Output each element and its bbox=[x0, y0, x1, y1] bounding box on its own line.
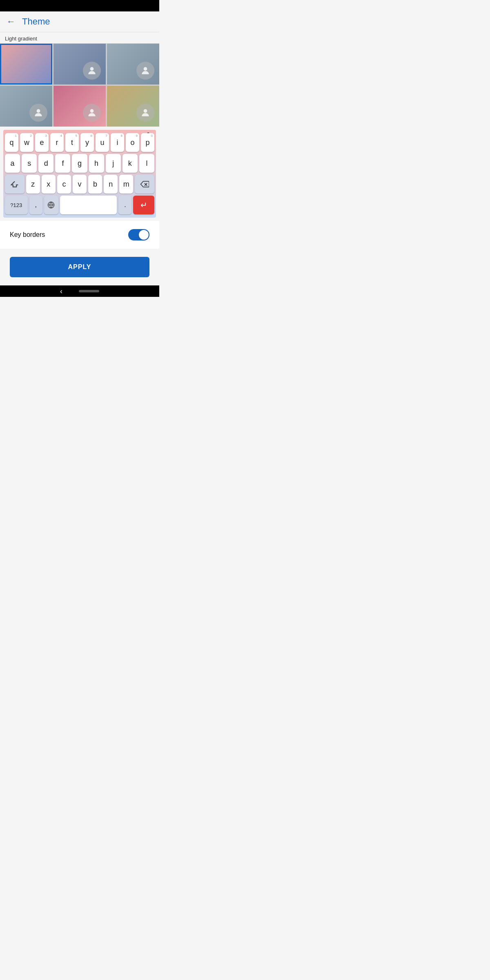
key-t[interactable]: 5t bbox=[65, 133, 79, 152]
theme-option-2[interactable] bbox=[53, 44, 106, 85]
numeric-key[interactable]: ?123 bbox=[5, 196, 28, 214]
key-a[interactable]: a bbox=[5, 154, 20, 173]
svg-point-4 bbox=[144, 109, 147, 113]
key-z[interactable]: z bbox=[26, 175, 40, 194]
key-d[interactable]: d bbox=[38, 154, 53, 173]
key-e[interactable]: 3e bbox=[35, 133, 49, 152]
theme-option-3[interactable] bbox=[107, 44, 159, 85]
key-borders-row: Key borders bbox=[0, 221, 159, 249]
key-l[interactable]: l bbox=[139, 154, 154, 173]
key-v[interactable]: v bbox=[73, 175, 87, 194]
globe-key[interactable] bbox=[44, 196, 59, 214]
theme-avatar-icon bbox=[83, 104, 101, 122]
theme-avatar-icon bbox=[136, 104, 154, 122]
toggle-knob bbox=[139, 230, 149, 240]
key-borders-label: Key borders bbox=[10, 231, 45, 238]
keyboard-row-2: a s d f g h j k l bbox=[5, 154, 154, 173]
key-w[interactable]: 2w bbox=[20, 133, 33, 152]
navigation-bar: ‹ bbox=[0, 285, 159, 297]
page-title: Theme bbox=[22, 16, 50, 27]
nav-back-button[interactable]: ‹ bbox=[60, 287, 62, 296]
key-g[interactable]: g bbox=[72, 154, 87, 173]
key-h[interactable]: h bbox=[89, 154, 104, 173]
theme-option-6[interactable] bbox=[107, 86, 159, 127]
key-p[interactable]: 0p bbox=[141, 133, 154, 152]
theme-grid bbox=[0, 43, 159, 127]
key-j[interactable]: j bbox=[106, 154, 121, 173]
apply-button[interactable]: APPLY bbox=[10, 257, 149, 277]
theme-avatar-icon bbox=[29, 104, 47, 122]
theme-avatar-icon bbox=[83, 62, 101, 80]
key-borders-toggle[interactable] bbox=[128, 229, 149, 241]
key-s[interactable]: s bbox=[22, 154, 37, 173]
shift-key[interactable] bbox=[5, 175, 24, 194]
key-k[interactable]: k bbox=[122, 154, 138, 173]
key-q[interactable]: 1q bbox=[5, 133, 18, 152]
key-o[interactable]: 9o bbox=[126, 133, 139, 152]
key-u[interactable]: 7u bbox=[96, 133, 109, 152]
key-m[interactable]: m bbox=[119, 175, 133, 194]
comma-key[interactable]: , bbox=[29, 196, 42, 214]
status-bar bbox=[0, 0, 159, 11]
enter-key[interactable]: ↵ bbox=[133, 196, 154, 214]
svg-point-1 bbox=[144, 67, 147, 71]
spacebar-key[interactable] bbox=[60, 196, 117, 214]
apply-section: APPLY bbox=[0, 249, 159, 285]
theme-option-4[interactable] bbox=[0, 86, 52, 127]
key-x[interactable]: x bbox=[42, 175, 56, 194]
key-c[interactable]: c bbox=[57, 175, 71, 194]
svg-point-2 bbox=[37, 109, 40, 113]
keyboard-row-1: 1q 2w 3e 4r 5t 6y 7u 8i 9o 0p bbox=[5, 133, 154, 152]
nav-pill bbox=[79, 290, 99, 292]
key-i[interactable]: 8i bbox=[111, 133, 124, 152]
keyboard-row-3: z x c v b n m bbox=[5, 175, 154, 194]
keyboard-row-4: ?123 , . ↵ bbox=[5, 196, 154, 214]
svg-point-3 bbox=[90, 109, 94, 113]
key-f[interactable]: f bbox=[55, 154, 70, 173]
period-key[interactable]: . bbox=[118, 196, 131, 214]
header: ← Theme bbox=[0, 11, 159, 32]
theme-avatar-icon bbox=[136, 62, 154, 80]
back-button[interactable]: ← bbox=[7, 16, 16, 27]
theme-option-5[interactable] bbox=[53, 86, 106, 127]
keyboard-preview: 1q 2w 3e 4r 5t 6y 7u 8i 9o 0p a s d f g … bbox=[3, 130, 156, 218]
theme-option-1[interactable] bbox=[0, 44, 52, 85]
key-b[interactable]: b bbox=[88, 175, 102, 194]
key-n[interactable]: n bbox=[104, 175, 118, 194]
backspace-key[interactable] bbox=[135, 175, 154, 194]
svg-point-0 bbox=[90, 67, 94, 71]
key-r[interactable]: 4r bbox=[50, 133, 64, 152]
key-y[interactable]: 6y bbox=[80, 133, 94, 152]
section-label: Light gradient bbox=[0, 32, 159, 43]
